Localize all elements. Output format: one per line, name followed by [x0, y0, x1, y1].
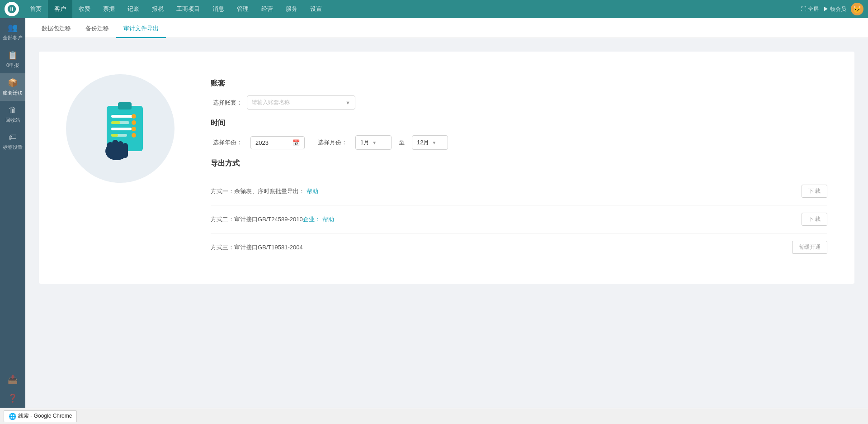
svg-rect-16: [111, 134, 118, 137]
nav-settings[interactable]: 设置: [304, 0, 328, 18]
sidebar-label-migration: 账套迁移: [3, 90, 23, 96]
migration-icon: 📦: [8, 78, 18, 88]
nav-manage[interactable]: 管理: [231, 0, 255, 18]
form-section: 账套 选择账套： 请输入账套名称 ▼ 时间 选择年份： 2023: [211, 74, 827, 261]
method-1-help[interactable]: 帮助: [307, 188, 318, 195]
recycle-icon: 🗑: [9, 105, 17, 115]
fullscreen-btn[interactable]: ⛶ 全屏: [801, 5, 818, 13]
user-avatar[interactable]: 🐱: [851, 3, 863, 15]
year-input[interactable]: 2023 📅: [250, 136, 305, 149]
method-3-open-btn[interactable]: 暂缓开通: [792, 241, 827, 254]
time-form-row: 选择年份： 2023 📅 选择月份： 1月 ▼ 至 12月: [211, 135, 827, 150]
download-icon: 📥: [8, 374, 18, 384]
year-value: 2023: [255, 139, 269, 146]
svg-rect-12: [112, 140, 118, 158]
account-form-row: 选择账套： 请输入账套名称 ▼: [211, 95, 827, 110]
month-start-select[interactable]: 1月 ▼: [355, 135, 392, 150]
sidebar-item-help[interactable]: ❓: [8, 389, 18, 408]
method-2-company[interactable]: 企业：: [303, 216, 321, 223]
sidebar-label-recycle: 回收站: [5, 117, 20, 124]
sidebar-item-migration[interactable]: 📦 账套迁移: [0, 73, 25, 101]
nav-home[interactable]: 首页: [24, 0, 48, 18]
method-2-text: 方式二：审计接口GB/T24589-2010企业：帮助: [211, 215, 334, 224]
content-area: 数据包迁移 备份迁移 审计文件导出: [25, 18, 868, 408]
method-2-download-btn[interactable]: 下 载: [802, 213, 827, 226]
account-select-placeholder: 请输入账套名称: [252, 99, 290, 106]
export-method-1: 方式一：余额表、序时账批量导出：帮助 下 载: [211, 177, 827, 205]
sidebar-label-tags: 标签设置: [3, 144, 23, 151]
method-2-help[interactable]: 帮助: [322, 216, 334, 223]
top-nav: 首页 客户 收费 票据 记账 报税 工商项目 消息 管理 经营 服务 设置 ⛶ …: [0, 0, 868, 18]
nav-accounting[interactable]: 记账: [121, 0, 146, 18]
svg-point-6: [132, 120, 136, 125]
nav-operation[interactable]: 经营: [255, 0, 279, 18]
method-2-label: 方式二：审计接口GB/T24589-2010: [211, 216, 303, 223]
page-content: 账套 选择账套： 请输入账套名称 ▼ 时间 选择年份： 2023: [25, 38, 868, 408]
main-layout: 👥 全部客户 📋 0申报 📦 账套迁移 🗑 回收站 🏷 标签设置 📥 ❓: [0, 18, 868, 408]
illustration: [66, 74, 175, 183]
month-start-chevron: ▼: [372, 140, 377, 145]
export-method-2: 方式二：审计接口GB/T24589-2010企业：帮助 下 载: [211, 205, 827, 233]
month-end-value: 12月: [417, 138, 429, 147]
nav-message[interactable]: 消息: [206, 0, 231, 18]
sidebar: 👥 全部客户 📋 0申报 📦 账套迁移 🗑 回收站 🏷 标签设置 📥 ❓: [0, 18, 25, 408]
nav-business[interactable]: 工商项目: [170, 0, 206, 18]
svg-rect-3: [111, 128, 132, 130]
svg-rect-15: [111, 121, 120, 124]
top-nav-right: ⛶ 全屏 ▶ 畅会员 🐱: [801, 3, 863, 15]
export-methods: 方式一：余额表、序时账批量导出：帮助 下 载 方式二：审计接口GB/T24589…: [211, 177, 827, 261]
account-select[interactable]: 请输入账套名称 ▼: [247, 95, 355, 110]
tab-backup-migration[interactable]: 备份迁移: [78, 20, 116, 38]
all-customers-icon: 👥: [8, 23, 18, 33]
svg-rect-1: [111, 115, 134, 118]
export-card: 账套 选择账套： 请输入账套名称 ▼ 时间 选择年份： 2023: [39, 52, 854, 284]
nav-tax[interactable]: 报税: [146, 0, 170, 18]
member-btn[interactable]: ▶ 畅会员: [823, 5, 846, 13]
declaration-icon: 📋: [8, 50, 18, 60]
month-start-value: 1月: [360, 138, 369, 147]
nav-items: 首页 客户 收费 票据 记账 报税 工商项目 消息 管理 经营 服务 设置: [24, 0, 801, 18]
sidebar-item-tags[interactable]: 🏷 标签设置: [0, 128, 25, 155]
month-end-chevron: ▼: [432, 140, 436, 145]
help-icon: ❓: [8, 393, 18, 403]
nav-customer[interactable]: 客户: [48, 0, 72, 18]
taskbar-chrome-label: 线索 - Google Chrome: [18, 412, 72, 420]
time-section-title: 时间: [211, 119, 827, 128]
nav-fee[interactable]: 收费: [72, 0, 97, 18]
calendar-icon: 📅: [292, 139, 300, 146]
svg-point-5: [132, 114, 136, 119]
sidebar-label-declaration: 0申报: [6, 62, 19, 69]
export-method-3: 方式三：审计接口GB/T19581-2004 暂缓开通: [211, 233, 827, 261]
month-label: 选择月份：: [316, 138, 347, 147]
taskbar: 🌐 线索 - Google Chrome: [0, 408, 868, 424]
nav-invoice[interactable]: 票据: [97, 0, 121, 18]
export-section-title: 导出方式: [211, 159, 827, 168]
method-1-label: 方式一：余额表、序时账批量导出：: [211, 188, 305, 195]
nav-service[interactable]: 服务: [279, 0, 304, 18]
tags-icon: 🏷: [9, 133, 17, 142]
month-end-select[interactable]: 12月 ▼: [412, 135, 448, 150]
account-chevron-icon: ▼: [345, 100, 350, 105]
sidebar-item-declaration[interactable]: 📋 0申报: [0, 46, 25, 73]
svg-rect-14: [123, 143, 128, 158]
sidebar-item-recycle[interactable]: 🗑 回收站: [0, 101, 25, 128]
sidebar-item-download[interactable]: 📥: [8, 370, 18, 389]
tab-bar: 数据包迁移 备份迁移 审计文件导出: [25, 18, 868, 38]
sidebar-label-all-customers: 全部客户: [3, 34, 23, 41]
taskbar-chrome[interactable]: 🌐 线索 - Google Chrome: [4, 410, 77, 422]
method-1-download-btn[interactable]: 下 载: [802, 185, 827, 198]
account-section-title: 账套: [211, 79, 827, 88]
to-text: 至: [399, 138, 405, 147]
chrome-icon: 🌐: [9, 413, 16, 420]
tab-audit-export[interactable]: 审计文件导出: [116, 20, 166, 38]
app-logo: [5, 2, 19, 16]
svg-point-7: [132, 127, 136, 131]
sidebar-item-all-customers[interactable]: 👥 全部客户: [0, 18, 25, 46]
method-3-text: 方式三：审计接口GB/T19581-2004: [211, 243, 303, 252]
method-1-text: 方式一：余额表、序时账批量导出：帮助: [211, 187, 318, 195]
year-label: 选择年份：: [211, 138, 242, 147]
svg-rect-9: [118, 102, 132, 110]
tab-data-migration[interactable]: 数据包迁移: [34, 20, 78, 38]
select-account-label: 选择账套：: [211, 99, 242, 107]
svg-point-8: [132, 133, 136, 138]
